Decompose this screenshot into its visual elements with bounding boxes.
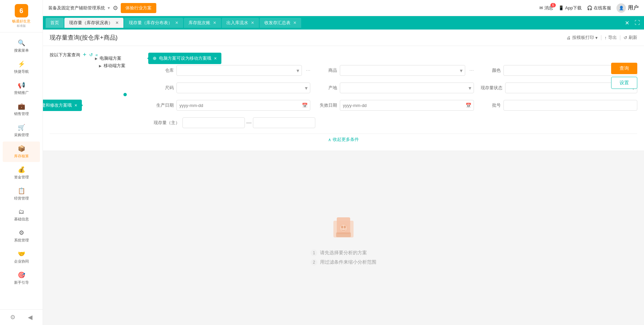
sidebar-item-marketing[interactable]: 📢营销推广 — [3, 78, 40, 99]
sidebar-item-guide[interactable]: ⚡快捷导航 — [3, 57, 40, 77]
tooltip1-close[interactable]: × — [214, 56, 217, 61]
warehouse-select[interactable] — [176, 65, 302, 76]
enterprise-icon: 🤝 — [18, 250, 25, 258]
tip-number-2: 2 — [311, 259, 317, 266]
expire-date-calendar-icon[interactable]: 📅 — [466, 103, 471, 108]
batch-input[interactable] — [503, 100, 637, 111]
app-download-button[interactable]: 📱 App下载 — [558, 5, 582, 11]
sidebar-item-enterprise[interactable]: 🤝企业协同 — [3, 247, 40, 267]
print-button[interactable]: 🖨 按模板打印 ▾ — [567, 35, 598, 41]
tab-collect-summary[interactable]: 收发存汇总表✕ — [260, 18, 301, 28]
tab-label-inout-flow: 出入库流水 — [226, 20, 248, 26]
collapse-sidebar-icon[interactable]: ◀ — [28, 314, 33, 321]
scheme-item-mobile[interactable]: ▶ 移动端方案 — [99, 63, 125, 69]
filter-grid-row1: 仓库 ··· 商品 ··· 颜色 — [154, 62, 637, 78]
set-button[interactable]: 设置 — [611, 77, 637, 89]
svg-point-4 — [341, 226, 343, 228]
stock-main-range: — — [182, 117, 315, 128]
add-scheme-button[interactable]: + — [83, 51, 87, 58]
filter-goods-row: 商品 ··· — [317, 65, 474, 76]
action-buttons: 查询 设置 — [611, 63, 637, 89]
tooltip2-close[interactable]: × — [74, 103, 77, 108]
print-dropdown-icon: ▾ — [595, 35, 598, 40]
sidebar-item-basic[interactable]: 🗂基础信息 — [3, 205, 40, 225]
tab-close-all[interactable]: ✕ — [624, 18, 631, 28]
online-service-button[interactable]: 🎧 在线客服 — [587, 5, 611, 11]
filter-grid-row3: 生产日期 📅 失效日期 📅 批号 — [154, 97, 637, 113]
expire-date-input[interactable] — [340, 100, 474, 111]
message-badge: 6 — [550, 3, 556, 7]
sidebar-item-system[interactable]: ⚙系统管理 — [3, 226, 40, 246]
sidebar-bottom: ⚙ ◀ — [0, 309, 43, 325]
sidebar-item-inventory[interactable]: 📦库存核算 — [3, 142, 40, 162]
tab-inout-flow[interactable]: 出入库流水✕ — [222, 18, 259, 28]
connector-dot — [123, 93, 127, 96]
refresh-button[interactable]: ↺ 刷新 — [624, 35, 637, 41]
scheme-item-desktop[interactable]: ▶ 电脑端方案 — [95, 55, 125, 61]
stock-main-label: 现存量（主） — [154, 120, 180, 126]
tooltip1-text: 电脑方案可设为移动方案哦 — [159, 55, 211, 61]
tab-close-inout-flow[interactable]: ✕ — [251, 20, 254, 25]
tab-inventory-dist[interactable]: 现存量（库存分布表）✕ — [124, 18, 183, 28]
message-button[interactable]: ✉ 消息 6 — [539, 5, 553, 11]
system-icon: ⚙ — [19, 229, 24, 236]
tab-close-collect-summary[interactable]: ✕ — [293, 20, 297, 25]
tab-close-batch-account[interactable]: ✕ — [213, 20, 216, 25]
phone-icon: 📱 — [558, 5, 564, 10]
tab-label-collect-summary: 收发存汇总表 — [264, 20, 290, 26]
tab-inventory-status[interactable]: 现存量（库存状况表）✕ — [64, 18, 123, 28]
warehouse-dots[interactable]: ··· — [306, 67, 310, 73]
size-select[interactable] — [176, 83, 310, 93]
prod-date-input[interactable] — [176, 100, 310, 111]
tooltip1-dot — [153, 57, 156, 60]
sidebar-item-finance[interactable]: 💰资金管理 — [3, 163, 40, 183]
range-dash: — — [246, 120, 252, 126]
finance-icon: 💰 — [18, 166, 25, 173]
export-button[interactable]: ↑ 导出 — [604, 35, 617, 41]
message-icon: ✉ — [539, 5, 543, 10]
refresh-scheme-icon[interactable]: ↺ — [89, 52, 93, 57]
search-icon: 🔍 — [18, 39, 25, 47]
collapse-label: 收起更多条件 — [333, 137, 359, 143]
search-button[interactable]: 查询 — [611, 63, 637, 74]
sidebar-item-guide2[interactable]: 🎯新手引导 — [3, 268, 40, 288]
sidebar-item-operation[interactable]: 📋经营管理 — [3, 184, 40, 204]
tab-home[interactable]: 首页 — [46, 18, 64, 28]
guide-icon: ⚡ — [18, 60, 25, 68]
sidebar-item-search[interactable]: 🔍搜索菜单 — [3, 36, 40, 56]
color-label: 颜色 — [481, 67, 501, 73]
goods-select[interactable] — [340, 65, 465, 76]
scheme-name: 电脑端方案 — [100, 55, 121, 61]
export-icon: ↑ — [604, 35, 607, 40]
sales-icon: 💼 — [18, 103, 25, 110]
sidebar-item-purchase[interactable]: 🛒采购管理 — [3, 120, 40, 141]
filter-label-row: 按以下方案查询 + ↺ « — [50, 51, 637, 58]
prod-date-calendar-icon[interactable]: 📅 — [302, 103, 308, 108]
sidebar-item-sales[interactable]: 💼销售管理 — [3, 99, 40, 120]
trial-button[interactable]: 体验行业方案 — [121, 3, 156, 13]
prod-date-label: 生产日期 — [154, 102, 174, 108]
tab-fullscreen[interactable]: ⛶ — [633, 18, 641, 27]
basic-icon: 🗂 — [18, 208, 24, 215]
collapse-icon: ∧ — [328, 137, 331, 142]
batch-label: 批号 — [481, 102, 501, 108]
stock-main-from-input[interactable] — [182, 117, 245, 128]
origin-select[interactable] — [340, 83, 474, 93]
scheme-expand-icon-2: ▶ — [99, 64, 102, 68]
settings-icon[interactable]: ⚙ — [10, 314, 15, 321]
collapse-filter-button[interactable]: ∧ 收起更多条件 — [50, 133, 637, 145]
tooltip-1: 电脑方案可设为移动方案哦 × — [148, 53, 221, 64]
user-menu[interactable]: 👤 用户 — [616, 3, 639, 13]
avatar: 👤 — [616, 3, 626, 13]
logo-text: 畅通好生意 — [12, 19, 31, 24]
topbar-config-icon[interactable]: ⚙ — [113, 4, 118, 12]
headset-icon: 🎧 — [587, 5, 592, 10]
tab-close-inventory-dist[interactable]: ✕ — [175, 20, 178, 25]
scheme-name-2: 移动端方案 — [104, 63, 125, 69]
goods-dots[interactable]: ··· — [469, 67, 474, 73]
stock-main-to-input[interactable] — [253, 117, 315, 128]
filter-origin-row: 产地 — [317, 83, 474, 93]
topbar-dropdown-icon[interactable]: ▾ — [108, 5, 110, 10]
tab-close-inventory-status[interactable]: ✕ — [115, 20, 119, 25]
tab-batch-account[interactable]: 库存批次账✕ — [184, 18, 221, 28]
